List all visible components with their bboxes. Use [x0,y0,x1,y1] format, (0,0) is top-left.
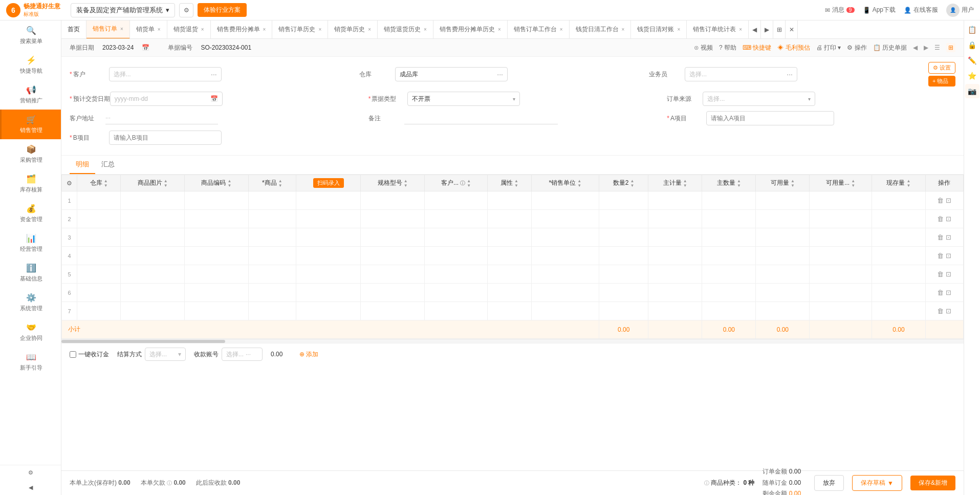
tab-detail-mingxi[interactable]: 明细 [70,156,95,174]
payment-method-input[interactable]: 选择... ▾ [145,348,186,361]
tab-close-expense-history[interactable]: × [498,27,501,32]
tab-close-daily-workbench[interactable]: × [622,27,625,32]
tab-home[interactable]: 首页 [61,20,86,39]
cell-image-4[interactable] [121,247,185,265]
cell-warehouse-1[interactable] [77,191,121,210]
cell-available2-4[interactable] [810,247,872,265]
delivery-date-input[interactable]: yyyy-mm-dd 📅 [110,92,223,106]
cell-unit-1[interactable] [531,191,599,210]
cell-warehouse-7[interactable] [77,302,121,320]
copy-row-6-icon[interactable]: ⊡ [946,289,951,296]
cell-available-7[interactable] [756,302,810,320]
one-click-deposit-checkbox[interactable]: 一键收订金 [70,350,109,359]
cell-spec-5[interactable] [361,265,425,284]
cell-unit-4[interactable] [531,247,599,265]
cell-main-unit-5[interactable] [648,265,702,284]
sidebar-item-marketing[interactable]: 📢 营销推广 [0,80,61,110]
cell-customer-code-5[interactable] [425,265,488,284]
prev-record-icon[interactable]: ◀ [913,44,918,51]
copy-row-1-icon[interactable]: ⊡ [946,197,951,204]
cell-stock-7[interactable] [872,302,925,320]
cell-customer-code-2[interactable] [425,210,488,228]
print-button[interactable]: 🖨 打印 ▾ [816,44,841,52]
cell-attr-2[interactable] [488,210,531,228]
cell-spec-4[interactable] [361,247,425,265]
cell-available2-6[interactable] [810,284,872,302]
cell-scan-5[interactable] [296,265,361,284]
cell-scan-7[interactable] [296,302,361,320]
tab-sales-order[interactable]: 销售订单 × [86,20,130,39]
sidebar-item-sales[interactable]: 🛒 销售管理 [0,110,61,139]
tab-return-history[interactable]: 销货退货历史 × [378,20,433,39]
sidebar-item-search[interactable]: 🔍 搜索菜单 [0,20,61,50]
profit-forecast-button[interactable]: ◈ 毛利预估 [777,44,810,52]
cell-customer-code-1[interactable] [425,191,488,210]
th-settings[interactable]: ⚙ [62,175,77,191]
sidebar-item-quick-nav[interactable]: ⚡ 快捷导航 [0,50,61,80]
tab-sales-return[interactable]: 销货退货 × [167,20,211,39]
cell-stock-4[interactable] [872,247,925,265]
cell-image-1[interactable] [121,191,185,210]
cell-product-7[interactable] [248,302,296,320]
delete-row-3-icon[interactable]: 🗑 [937,233,944,241]
cell-qty2-7[interactable] [599,302,648,320]
remark-input[interactable] [404,112,558,124]
col-settings-icon[interactable]: ⚙ [67,180,72,187]
copy-row-5-icon[interactable]: ⊡ [946,270,951,278]
cell-qty2-2[interactable] [599,210,648,228]
cell-product-1[interactable] [248,191,296,210]
scan-button[interactable]: 扫码录入 [313,178,344,188]
cell-attr-4[interactable] [488,247,531,265]
cell-warehouse-3[interactable] [77,228,121,247]
cell-unit-3[interactable] [531,228,599,247]
app-download-button[interactable]: 📱 App下载 [863,6,896,14]
next-record-icon[interactable]: ▶ [924,44,928,51]
tab-expense-history[interactable]: 销售费用分摊单历史 × [433,20,508,39]
cell-product-6[interactable] [248,284,296,302]
cell-qty2-1[interactable] [599,191,648,210]
cell-code-1[interactable] [185,191,249,210]
message-button[interactable]: ✉ 消息 9 [825,6,855,14]
cell-available2-2[interactable] [810,210,872,228]
tab-order-stats[interactable]: 销售订单统计表 × [687,20,749,39]
delete-row-7-icon[interactable]: 🗑 [937,307,944,315]
cell-scan-6[interactable] [296,284,361,302]
copy-row-3-icon[interactable]: ⊡ [946,233,951,241]
settings-button[interactable]: ⚙ [179,3,193,17]
cell-customer-code-7[interactable] [425,302,488,320]
b-project-input[interactable] [109,131,222,145]
tab-close-all-button[interactable]: ✕ [786,20,798,39]
cell-main-qty-7[interactable] [702,302,756,320]
cell-stock-1[interactable] [872,191,925,210]
tab-order-history[interactable]: 销售订单历史 × [272,20,328,39]
tab-close-sales-order[interactable]: × [120,26,123,32]
cell-stock-2[interactable] [872,210,925,228]
cell-attr-5[interactable] [488,265,531,284]
cell-product-4[interactable] [248,247,296,265]
cell-stock-3[interactable] [872,228,925,247]
horizontal-scrollbar[interactable] [61,339,964,343]
cell-customer-code-3[interactable] [425,228,488,247]
cell-code-7[interactable] [185,302,249,320]
cell-warehouse-6[interactable] [77,284,121,302]
cell-scan-1[interactable] [296,191,361,210]
help-button[interactable]: ? 帮助 [719,44,736,52]
sidebar-item-system[interactable]: ⚙️ 系统管理 [0,288,61,317]
tab-prev-button[interactable]: ◀ [749,20,761,39]
tab-close-return-history[interactable]: × [424,27,427,32]
delete-row-4-icon[interactable]: 🗑 [937,252,944,260]
cell-spec-2[interactable] [361,210,425,228]
cell-available2-5[interactable] [810,265,872,284]
cell-qty2-6[interactable] [599,284,648,302]
customer-input[interactable]: 选择... ··· [109,67,222,81]
cell-available2-7[interactable] [810,302,872,320]
sidebar-item-guide[interactable]: 📖 新手引导 [0,347,61,377]
cell-attr-1[interactable] [488,191,531,210]
cell-customer-code-6[interactable] [425,284,488,302]
cell-available-1[interactable] [756,191,810,210]
cell-main-unit-6[interactable] [648,284,702,302]
bank-account-input[interactable]: 选择... ··· [222,348,263,361]
sidebar-item-purchase[interactable]: 📦 采购管理 [0,139,61,169]
cell-available2-1[interactable] [810,191,872,210]
cell-main-qty-3[interactable] [702,228,756,247]
